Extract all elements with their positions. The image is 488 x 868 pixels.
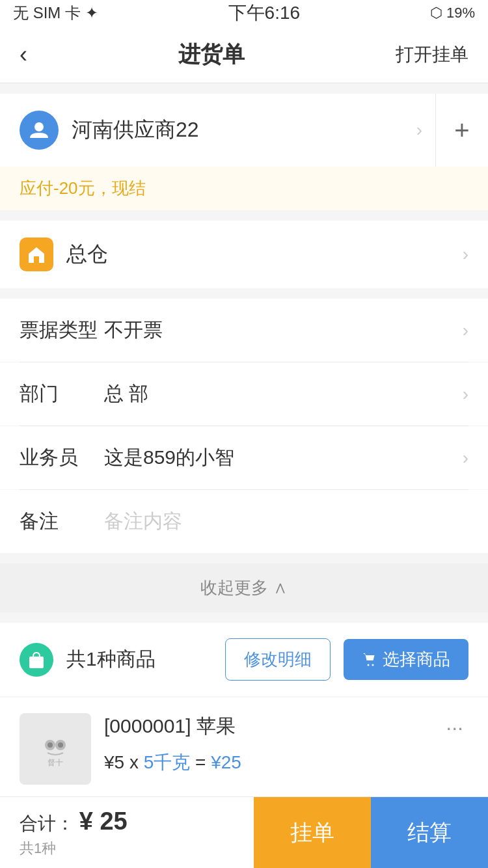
status-right: ⬡ 19%	[430, 5, 475, 21]
more-options-button[interactable]: ···	[441, 713, 468, 742]
nav-bar: ‹ 进货单 打开挂单	[0, 26, 488, 83]
product-thumbnail: 督十	[20, 713, 91, 785]
product-header: 共1种商品 修改明细 选择商品	[0, 623, 488, 696]
svg-rect-1	[34, 256, 39, 263]
chevron-right-icon-4: ›	[463, 384, 468, 405]
chevron-right-icon: ›	[416, 120, 422, 141]
bottom-bar: 合计： ¥ 25 共1种 挂单 结算	[0, 796, 488, 868]
warehouse-icon	[20, 237, 53, 271]
open-hang-button[interactable]: 打开挂单	[396, 42, 468, 67]
total-label: 合计：	[20, 813, 74, 834]
supplier-name: 河南供应商22	[72, 116, 410, 144]
product-count: 共1种商品	[66, 646, 212, 673]
price-qty: 5千克	[144, 752, 191, 772]
chevron-right-icon-3: ›	[463, 320, 468, 341]
chevron-right-icon-2: ›	[463, 244, 468, 265]
invoice-row[interactable]: 票据类型 不开票 ›	[0, 299, 488, 362]
gap-2	[0, 210, 488, 221]
svg-point-8	[58, 742, 63, 748]
price-unit: ¥5 x	[104, 752, 144, 772]
product-price: ¥5 x 5千克 = ¥25	[104, 750, 427, 775]
status-bar: 无 SIM 卡 ✦ 下午6:16 ⬡ 19%	[0, 0, 488, 26]
chevron-right-icon-5: ›	[463, 448, 468, 468]
gap-4	[0, 553, 488, 563]
battery-level: 19%	[446, 5, 475, 21]
status-time: 下午6:16	[228, 1, 301, 25]
product-item: 督十 [0000001] 苹果 ¥5 x 5千克 = ¥25 ···	[0, 698, 488, 800]
supplier-section: 河南供应商22 › +	[0, 94, 488, 167]
total-amount: ¥ 25	[79, 807, 128, 835]
svg-text:督十: 督十	[47, 758, 63, 767]
product-placeholder-icon: 督十	[36, 729, 75, 768]
total-count: 共1种	[20, 839, 234, 858]
staff-row[interactable]: 业务员 这是859的小智 ›	[0, 426, 488, 489]
price-equals: =	[190, 752, 211, 772]
user-icon	[27, 118, 51, 142]
gap-5	[0, 612, 488, 623]
battery-icon: ⬡	[430, 5, 442, 21]
checkout-button[interactable]: 结算	[371, 797, 488, 868]
gap-3	[0, 288, 488, 299]
dept-value: 总 部	[104, 381, 456, 407]
supplier-avatar	[20, 111, 59, 150]
back-button[interactable]: ‹	[20, 41, 27, 68]
bag-icon	[27, 650, 46, 670]
svg-point-4	[372, 664, 374, 666]
product-info: [0000001] 苹果 ¥5 x 5千克 = ¥25	[104, 713, 427, 775]
warehouse-row[interactable]: 总仓 ›	[0, 221, 488, 288]
remark-row[interactable]: 备注 备注内容	[0, 490, 488, 553]
warehouse-name: 总仓	[66, 240, 456, 269]
svg-point-7	[47, 742, 53, 748]
notice-bar: 应付-20元，现结	[0, 167, 488, 210]
product-icon	[20, 643, 53, 677]
edit-detail-button[interactable]: 修改明细	[225, 638, 331, 681]
dept-row[interactable]: 部门 总 部 ›	[0, 362, 488, 426]
page-title: 进货单	[178, 40, 245, 70]
invoice-label: 票据类型	[20, 317, 98, 344]
invoice-value: 不开票	[104, 317, 456, 344]
svg-point-3	[368, 664, 370, 666]
staff-label: 业务员	[20, 444, 98, 471]
remark-label: 备注	[20, 508, 98, 535]
select-product-label: 选择商品	[383, 648, 450, 671]
home-icon	[27, 245, 46, 264]
cart-icon	[362, 652, 377, 668]
hang-button[interactable]: 挂单	[254, 797, 371, 868]
product-name: [0000001] 苹果	[104, 713, 427, 740]
total-section: 合计： ¥ 25 共1种	[0, 797, 254, 868]
select-product-button[interactable]: 选择商品	[344, 639, 468, 680]
supplier-row[interactable]: 河南供应商22 ›	[0, 94, 436, 167]
staff-value: 这是859的小智	[104, 444, 456, 471]
remark-value: 备注内容	[104, 508, 468, 535]
svg-point-0	[34, 122, 44, 131]
price-total: ¥25	[211, 752, 241, 772]
collapse-button[interactable]: 收起更多 ∧	[0, 563, 488, 612]
add-supplier-button[interactable]: +	[436, 94, 488, 167]
dept-label: 部门	[20, 381, 98, 407]
svg-rect-2	[29, 657, 44, 668]
sim-status: 无 SIM 卡 ✦	[13, 3, 98, 23]
total-row: 合计： ¥ 25	[20, 807, 234, 836]
status-left: 无 SIM 卡 ✦	[13, 3, 98, 23]
gap-1	[0, 83, 488, 94]
